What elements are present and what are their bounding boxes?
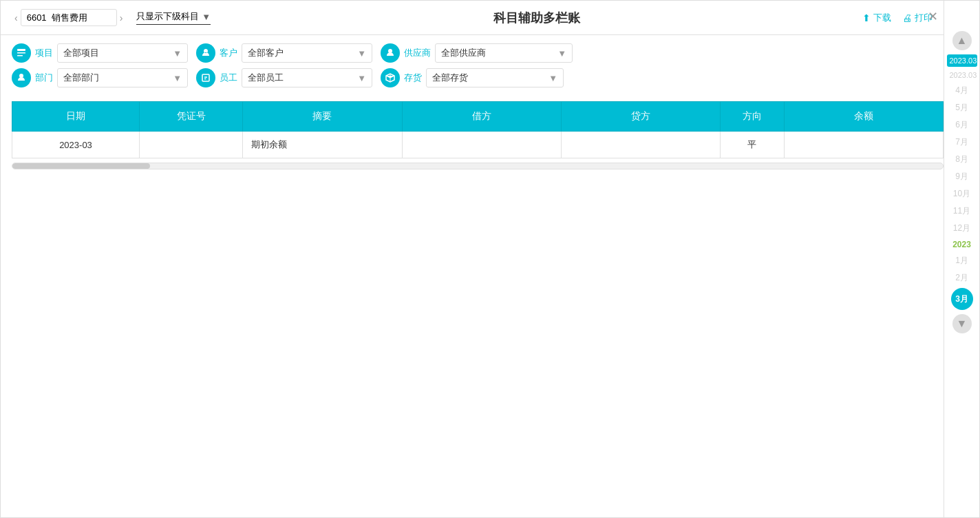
- employee-label: 员工: [220, 72, 237, 84]
- svg-rect-5: [202, 74, 209, 81]
- sidebar-item-7[interactable]: 7月: [947, 134, 977, 150]
- customer-label: 客户: [220, 47, 237, 59]
- nav-next-button[interactable]: ›: [117, 11, 126, 25]
- customer-icon: [196, 43, 215, 63]
- col-credit: 贷方: [561, 102, 720, 132]
- nav-prev-button[interactable]: ‹: [12, 11, 21, 25]
- filter-project: 项目 全部项目 ▼: [12, 43, 188, 63]
- employee-select[interactable]: 全部员工 ▼: [242, 68, 372, 87]
- sidebar-item-11[interactable]: 11月: [947, 203, 977, 219]
- project-select[interactable]: 全部项目 ▼: [57, 43, 188, 63]
- sidebar-item-12[interactable]: 12月: [947, 220, 977, 236]
- header: ‹ › 只显示下级科目 ▼ 科目辅助多栏账 ⬆ 下载 🖨 打印: [1, 1, 944, 35]
- show-sub-label: 只显示下级科目: [136, 10, 199, 23]
- sidebar-scroll-up[interactable]: ▲: [952, 31, 972, 50]
- sidebar-item-2[interactable]: 2月: [947, 270, 977, 286]
- col-balance: 余额: [784, 102, 943, 132]
- project-value: 全部项目: [63, 47, 99, 59]
- account-code-input[interactable]: [21, 9, 117, 26]
- inventory-select[interactable]: 全部存货 ▼: [426, 68, 564, 87]
- inventory-arrow: ▼: [548, 73, 557, 83]
- customer-arrow: ▼: [357, 48, 366, 59]
- cell-summary: 期初余额: [243, 132, 402, 158]
- table-header: 日期 凭证号 摘要 借方 贷方 方向 余额: [12, 102, 944, 132]
- sidebar-item-5[interactable]: 5月: [947, 100, 977, 116]
- sidebar-item-1[interactable]: 1月: [947, 253, 977, 269]
- svg-rect-2: [17, 55, 23, 56]
- project-icon: [12, 43, 31, 63]
- horizontal-scrollbar[interactable]: [12, 161, 944, 171]
- filter-row-2: 部门 全部部门 ▼ 员工 全部员工 ▼: [12, 68, 933, 87]
- department-icon: [12, 68, 31, 87]
- filter-employee: 员工 全部员工 ▼: [196, 68, 372, 87]
- table-container: 日期 凭证号 摘要 借方 贷方 方向 余额 2023-03 期初余额: [12, 101, 944, 158]
- cell-voucher: [140, 132, 243, 158]
- account-code-area: [21, 9, 117, 26]
- customer-select[interactable]: 全部客户 ▼: [242, 43, 372, 63]
- header-actions: ⬆ 下载 🖨 打印: [862, 12, 933, 24]
- download-label: 下载: [873, 12, 891, 24]
- right-sidebar: ▲ 2023.03 2023.03 4月 5月 6月 7月 8月 9月 10月 …: [944, 1, 979, 518]
- supplier-arrow: ▼: [557, 48, 566, 59]
- department-arrow: ▼: [173, 73, 182, 83]
- project-arrow: ▼: [173, 48, 182, 59]
- supplier-label: 供应商: [404, 47, 431, 59]
- show-sub-dropdown[interactable]: 只显示下级科目 ▼: [136, 10, 211, 25]
- department-select[interactable]: 全部部门 ▼: [57, 68, 188, 87]
- col-voucher: 凭证号: [140, 102, 243, 132]
- employee-value: 全部员工: [248, 72, 284, 84]
- cell-direction: 平: [721, 132, 785, 158]
- cell-debit: [402, 132, 561, 158]
- table-body: 2023-03 期初余额 平: [12, 132, 944, 158]
- page-title: 科目辅助多栏账: [211, 10, 862, 26]
- employee-icon: [196, 68, 215, 87]
- cell-balance: [784, 132, 943, 158]
- filter-supplier: 供应商 全部供应商 ▼: [381, 43, 573, 63]
- sidebar-item-10[interactable]: 10月: [947, 186, 977, 202]
- sidebar-item-4[interactable]: 4月: [947, 83, 977, 99]
- project-label: 项目: [35, 47, 53, 59]
- department-label: 部门: [35, 72, 53, 84]
- sidebar-item-9[interactable]: 9月: [947, 169, 977, 185]
- col-summary: 摘要: [243, 102, 402, 132]
- cell-credit: [561, 132, 720, 158]
- close-button[interactable]: ✕: [928, 9, 938, 24]
- table-row[interactable]: 2023-03 期初余额 平: [12, 132, 944, 158]
- department-value: 全部部门: [63, 72, 99, 84]
- download-icon: ⬆: [862, 12, 871, 23]
- sidebar-item-2023-03[interactable]: 2023.03: [947, 69, 977, 81]
- col-direction: 方向: [721, 102, 785, 132]
- svg-rect-0: [17, 49, 25, 51]
- filter-area: 项目 全部项目 ▼ 客户 全部客户 ▼: [1, 35, 944, 101]
- sidebar-year-2023: 2023: [947, 238, 977, 251]
- sidebar-scroll-down[interactable]: ▼: [952, 314, 972, 333]
- filter-department: 部门 全部部门 ▼: [12, 68, 188, 87]
- sidebar-item-3-active[interactable]: 3月: [951, 288, 973, 310]
- print-icon: 🖨: [902, 12, 912, 23]
- supplier-select[interactable]: 全部供应商 ▼: [435, 43, 573, 63]
- inventory-label: 存货: [404, 72, 422, 84]
- customer-value: 全部客户: [248, 47, 284, 59]
- sidebar-item-2023-03-active[interactable]: 2023.03: [947, 54, 977, 67]
- filter-inventory: 存货 全部存货 ▼: [381, 68, 564, 87]
- sidebar-item-8[interactable]: 8月: [947, 152, 977, 167]
- employee-arrow: ▼: [357, 73, 366, 83]
- filter-customer: 客户 全部客户 ▼: [196, 43, 372, 63]
- cell-date: 2023-03: [12, 132, 140, 158]
- sidebar-item-6[interactable]: 6月: [947, 117, 977, 133]
- col-date: 日期: [12, 102, 140, 132]
- col-debit: 借方: [402, 102, 561, 132]
- inventory-value: 全部存货: [432, 72, 468, 84]
- data-table: 日期 凭证号 摘要 借方 贷方 方向 余额 2023-03 期初余额: [12, 101, 944, 158]
- filter-row-1: 项目 全部项目 ▼ 客户 全部客户 ▼: [12, 43, 933, 63]
- inventory-icon: [381, 68, 400, 87]
- supplier-value: 全部供应商: [441, 47, 486, 59]
- supplier-icon: [381, 43, 400, 63]
- svg-rect-1: [17, 52, 25, 54]
- download-button[interactable]: ⬆ 下载: [862, 12, 891, 24]
- show-sub-arrow: ▼: [202, 12, 211, 22]
